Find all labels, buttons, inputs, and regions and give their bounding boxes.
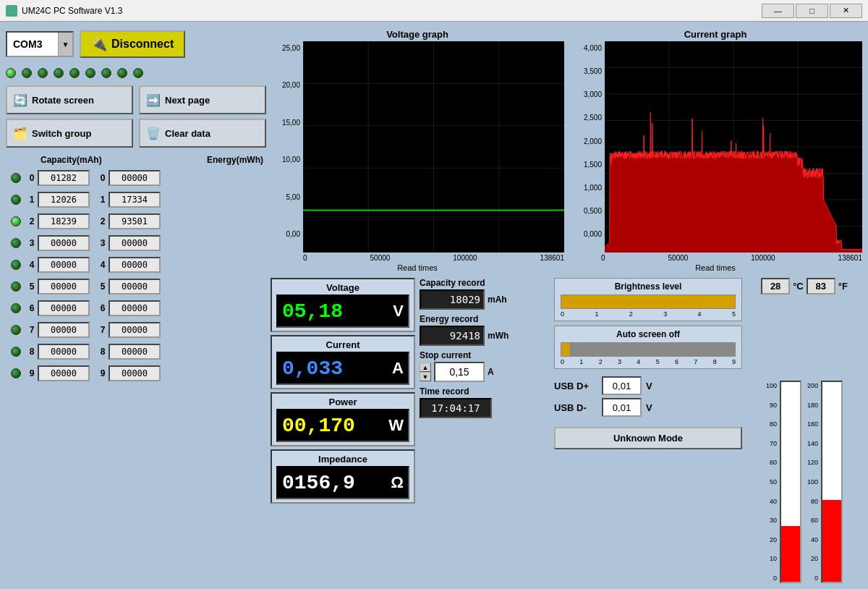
group-led-8 <box>6 347 26 357</box>
group-energy-3[interactable] <box>109 235 161 251</box>
group-num2-1: 1 <box>97 195 109 205</box>
group-row-6: 6 6 <box>6 298 266 318</box>
group-energy-0[interactable] <box>109 170 161 186</box>
current-unit: A <box>392 359 404 378</box>
current-graph-container: Current graph 4,000 3,500 3,000 2,500 2,… <box>569 27 862 274</box>
current-xaxis: 0 50000 100000 138601 <box>601 253 862 263</box>
group-num-0: 0 <box>26 173 38 183</box>
rotate-label: Rotate screen <box>32 95 94 106</box>
rotate-screen-button[interactable]: 🔄 Rotate screen <box>6 85 133 114</box>
stop-current-label: Stop current <box>420 350 550 360</box>
capacity-record-input[interactable] <box>420 289 485 310</box>
group-energy-8[interactable] <box>109 344 161 360</box>
voltage-display: 05,18 V <box>276 294 409 328</box>
energy-record-unit: mWh <box>488 331 509 341</box>
disconnect-button[interactable]: 🔌 Disconnect <box>80 30 185 58</box>
group-num2-0: 0 <box>97 173 109 183</box>
energy-header: Energy(mWh) <box>207 155 263 165</box>
group-led-4 <box>6 260 26 270</box>
next-page-button[interactable]: ➡️ Next page <box>139 85 266 114</box>
group-capacity-0[interactable] <box>38 170 90 186</box>
voltage-graph-canvas <box>303 41 564 253</box>
group-row-5: 5 5 <box>6 276 266 297</box>
group-energy-1[interactable] <box>109 192 161 208</box>
group-led-0 <box>6 173 26 183</box>
group-energy-7[interactable] <box>109 322 161 338</box>
capacity-record-unit: mAh <box>488 294 507 305</box>
current-value: 0,033 <box>282 357 343 380</box>
time-record-input[interactable] <box>420 398 492 418</box>
capacity-record-row: mAh <box>420 289 550 310</box>
led-6 <box>101 68 111 78</box>
energy-record-input[interactable] <box>420 326 485 346</box>
voltage-xaxis: 0 50000 100000 138601 <box>303 253 564 263</box>
group-capacity-8[interactable] <box>38 344 90 360</box>
clear-data-button[interactable]: 🗑️ Clear data <box>139 119 266 148</box>
app-icon <box>6 5 17 17</box>
group-row-8: 8 8 <box>6 342 266 362</box>
current-xlabel: Read times <box>569 263 862 274</box>
group-capacity-5[interactable] <box>38 279 90 294</box>
graphs-row: Voltage graph 25,00 20,00 15,00 10,00 5,… <box>271 27 862 274</box>
usb-dp-input[interactable] <box>602 376 642 395</box>
voltage-meter: Voltage 05,18 V <box>271 278 415 332</box>
brightness-slider[interactable] <box>561 295 735 308</box>
group-energy-2[interactable] <box>109 213 161 229</box>
group-energy-6[interactable] <box>109 300 161 316</box>
celsius-unit: °C <box>793 281 804 292</box>
group-num-9: 9 <box>26 368 38 378</box>
led-5 <box>85 68 95 78</box>
group-capacity-6[interactable] <box>38 300 90 316</box>
thermo-temps: 28 °C 83 °F <box>761 278 848 294</box>
voltage-xaxis-wrap: 0 50000 100000 138601 <box>271 253 564 263</box>
group-capacity-7[interactable] <box>38 322 90 338</box>
com-dropdown-btn[interactable]: ▼ <box>58 33 72 56</box>
group-num2-2: 2 <box>97 216 109 226</box>
voltage-value: 05,18 <box>282 300 343 323</box>
main-window: COM3 ▼ 🔌 Disconnect 🔄 Rotate screen <box>0 22 868 589</box>
maximize-button[interactable]: □ <box>796 4 828 18</box>
led-8 <box>133 68 143 78</box>
power-meter: Power 00,170 W <box>271 392 415 446</box>
power-value: 00,170 <box>282 415 355 437</box>
group-row-3: 3 3 <box>6 233 266 253</box>
stop-current-input[interactable] <box>434 362 485 382</box>
group-energy-9[interactable] <box>109 365 161 381</box>
stop-current-unit: A <box>488 367 494 377</box>
minimize-button[interactable]: — <box>762 4 794 18</box>
group-led-9 <box>6 368 26 378</box>
group-header: Capacity(mAh) Energy(mWh) <box>6 155 266 168</box>
group-capacity-2[interactable] <box>38 213 90 229</box>
autooff-ticks: 0 1 2 3 4 5 6 7 8 9 <box>559 358 737 365</box>
clear-icon: 🗑️ <box>146 127 161 140</box>
group-energy-4[interactable] <box>109 257 161 273</box>
usb-dm-unit: V <box>646 402 652 413</box>
group-capacity-4[interactable] <box>38 257 90 273</box>
nav-buttons: 🔄 Rotate screen ➡️ Next page <box>6 85 266 114</box>
group-num-7: 7 <box>26 325 38 335</box>
left-panel: COM3 ▼ 🔌 Disconnect 🔄 Rotate screen <box>6 27 266 583</box>
group-capacity-1[interactable] <box>38 192 90 208</box>
group-led-3 <box>6 238 26 248</box>
capacity-record-box: Capacity record mAh <box>420 278 550 310</box>
group-led-6 <box>6 303 26 313</box>
energy-record-row: mWh <box>420 326 550 346</box>
autooff-slider[interactable] <box>561 343 735 356</box>
close-button[interactable]: ✕ <box>830 4 862 18</box>
usb-dm-input[interactable] <box>602 398 642 417</box>
group-num-1: 1 <box>26 195 38 205</box>
group-capacity-9[interactable] <box>38 365 90 381</box>
led-7 <box>117 68 127 78</box>
impedance-display: 0156,9 Ω <box>276 466 409 499</box>
meters-row: Voltage 05,18 V Current 0,033 A Po <box>271 278 862 583</box>
current-xaxis-wrap: 0 50000 100000 138601 <box>569 253 862 263</box>
current-label: Current <box>276 339 409 350</box>
group-energy-5[interactable] <box>109 279 161 294</box>
stop-stepper-down[interactable]: ▼ <box>420 372 431 381</box>
group-num-4: 4 <box>26 260 38 270</box>
switch-group-button[interactable]: 🗂️ Switch group <box>6 119 133 148</box>
group-capacity-3[interactable] <box>38 235 90 251</box>
mode-button[interactable]: Unknown Mode <box>554 427 742 449</box>
stop-stepper-up[interactable]: ▲ <box>420 363 431 372</box>
clear-data-label: Clear data <box>165 128 210 139</box>
